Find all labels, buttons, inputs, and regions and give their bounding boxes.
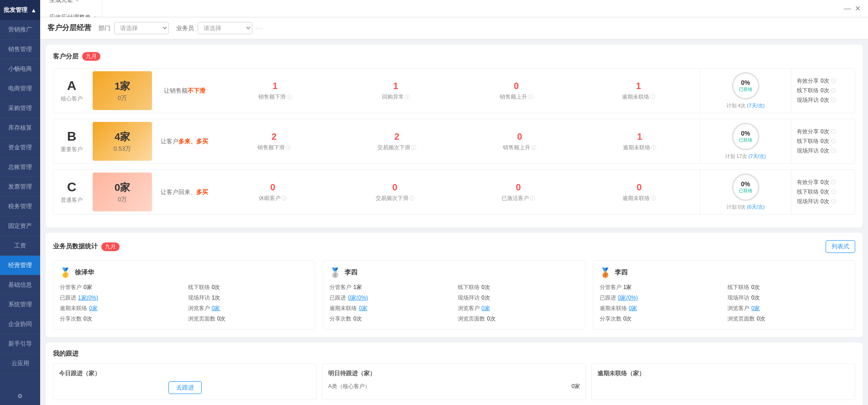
tier-slogan: 让销售额不下滑	[155, 68, 214, 113]
info-icon[interactable]: ⓘ	[831, 179, 836, 186]
info-icon[interactable]: ⓘ	[530, 195, 535, 202]
sidebar-item-新手引导[interactable]: 新手引导	[0, 334, 40, 354]
biz-row-value: 1家	[623, 284, 632, 291]
stat-item[interactable]: 1逾期未联络 ⓘ	[617, 128, 662, 155]
stat-item[interactable]: 0交易频次下滑 ⓘ	[370, 179, 420, 206]
biz-row-value[interactable]: 0家	[751, 305, 760, 312]
info-icon[interactable]: ⓘ	[528, 94, 533, 100]
sidebar-item-基础信息[interactable]: 基础信息	[0, 275, 40, 295]
biz-row-value[interactable]: 0家	[481, 305, 490, 312]
stat-item[interactable]: 0销售额上升 ⓘ	[494, 77, 539, 105]
info-icon[interactable]: ⓘ	[286, 144, 291, 151]
sidebar-item-工资[interactable]: 工资	[0, 236, 40, 256]
info-icon[interactable]: ⓘ	[531, 144, 536, 151]
right-stat-val: 0次	[821, 96, 829, 104]
stat-item[interactable]: 1销售额下滑 ⓘ	[253, 77, 297, 105]
dept-select[interactable]: 请选择	[114, 22, 169, 34]
sidebar-item-云应用[interactable]: 云应用	[0, 354, 40, 373]
tier-count-box[interactable]: 0家0万	[93, 173, 152, 211]
sidebar-item-固定资产[interactable]: 固定资产	[0, 216, 40, 236]
filter-more-icon[interactable]: ···	[256, 25, 264, 32]
info-icon[interactable]: ⓘ	[831, 147, 836, 154]
staff-select[interactable]: 请选择	[198, 22, 252, 34]
info-icon[interactable]: ⓘ	[831, 78, 836, 84]
info-icon[interactable]: ⓘ	[287, 94, 292, 100]
sidebar-item-经营管理[interactable]: 经营管理	[0, 256, 40, 275]
stat-label: 休眠客户 ⓘ	[259, 195, 287, 202]
plan-freq[interactable]: (0天/次)	[747, 204, 765, 210]
stat-item[interactable]: 1逾期未联络 ⓘ	[617, 77, 661, 105]
sidebar-item-系统管理[interactable]: 系统管理	[0, 295, 40, 315]
info-icon[interactable]: ⓘ	[650, 94, 655, 100]
tab-生成凭证[interactable]: 生成凭证×	[44, 0, 102, 9]
info-icon[interactable]: ⓘ	[282, 195, 287, 202]
tier-count-box[interactable]: 1家0万	[93, 71, 152, 110]
stat-item[interactable]: 0销售额上升 ⓘ	[497, 128, 542, 155]
sidebar-item-企业协同[interactable]: 企业协同	[0, 315, 40, 334]
right-stat-row: 现场拜访0次ⓘ	[797, 96, 849, 104]
sidebar-item-电商管理[interactable]: 电商管理	[0, 79, 40, 99]
biz-row-value[interactable]: 0家	[89, 305, 98, 312]
biz-row: 分享次数0次	[600, 315, 721, 323]
biz-row-value[interactable]: 0家	[212, 305, 220, 312]
list-view-button[interactable]: 列表式	[826, 240, 855, 253]
sidebar-item-采购管理[interactable]: 采购管理	[0, 99, 40, 118]
info-icon[interactable]: ⓘ	[831, 87, 836, 94]
stat-item[interactable]: 0逾期未联络 ⓘ	[617, 179, 661, 206]
biz-rows: 分管客户1家线下联络0次已跟进0家(0%)现场拜访0次逾期未联络0家浏览客户0家…	[600, 284, 848, 323]
biz-row-value[interactable]: 0家(0%)	[618, 294, 638, 302]
biz-row-value: 0次	[757, 315, 765, 323]
sidebar-item-销售管理[interactable]: 销售管理	[0, 40, 40, 59]
right-stat-row: 有效分享0次ⓘ	[797, 77, 849, 85]
tab-应收应付调整单[interactable]: 应收应付调整单×	[44, 9, 102, 18]
sidebar-collapse-icon[interactable]: ▲	[31, 7, 37, 14]
biz-row-value[interactable]: 0家(0%)	[348, 294, 368, 302]
sidebar-item-总账管理[interactable]: 总账管理	[0, 158, 40, 177]
stat-num: 2	[272, 131, 277, 142]
sidebar-item-营销推广[interactable]: 营销推广	[0, 20, 40, 40]
contact-plan: 计划 0次 (0天/次)	[727, 204, 765, 210]
goto-button[interactable]: 去跟进	[168, 381, 202, 394]
biz-row-value[interactable]: 1家(0%)	[78, 294, 98, 302]
info-icon[interactable]: ⓘ	[409, 195, 414, 202]
sidebar-item-税务管理[interactable]: 税务管理	[0, 197, 40, 216]
info-icon[interactable]: ⓘ	[831, 198, 836, 205]
biz-rows: 分管客户1家线下联络0次已跟进0家(0%)现场拜访0次逾期未联络0家浏览客户0家…	[329, 284, 578, 323]
sidebar-item-库存核算[interactable]: 库存核算	[0, 118, 40, 138]
stat-item[interactable]: 2交易频次下滑 ⓘ	[372, 128, 422, 155]
window-close-icon[interactable]: ✕	[855, 4, 861, 13]
sidebar-item-小畅电商[interactable]: 小畅电商	[0, 59, 40, 79]
stat-item[interactable]: 2销售额下滑 ⓘ	[252, 128, 296, 155]
settings-icon[interactable]: ⚙	[0, 387, 40, 405]
biz-row-value[interactable]: 0家	[629, 305, 638, 312]
info-icon[interactable]: ⓘ	[831, 128, 836, 135]
tier-count-box[interactable]: 4家0.53万	[93, 122, 152, 161]
info-icon[interactable]: ⓘ	[831, 97, 836, 104]
biz-header-left: 业务员数据统计 九月	[53, 242, 120, 251]
stat-item[interactable]: 0休眠客户 ⓘ	[252, 179, 293, 206]
sidebar-item-发票管理[interactable]: 发票管理	[0, 177, 40, 197]
plan-freq[interactable]: (7天/次)	[747, 103, 765, 108]
info-icon[interactable]: ⓘ	[831, 189, 836, 195]
biz-row-label: 浏览页面数	[727, 315, 755, 323]
biz-row-value: 0次	[623, 315, 632, 323]
info-icon[interactable]: ⓘ	[651, 195, 656, 202]
plan-freq[interactable]: (7天/次)	[748, 153, 766, 159]
followup-col-title: 逾期未联络（家）	[597, 369, 849, 378]
info-icon[interactable]: ⓘ	[411, 144, 416, 151]
biz-row-value[interactable]: 0家	[359, 305, 367, 312]
sidebar-item-资金管理[interactable]: 资金管理	[0, 138, 40, 158]
right-stat-label: 现场拜访	[797, 96, 819, 104]
biz-row-label: 已跟进	[600, 294, 616, 302]
right-stat-val: 0次	[821, 128, 829, 136]
info-icon[interactable]: ⓘ	[651, 144, 656, 151]
biz-name: 李四	[615, 268, 627, 277]
window-minimize-icon[interactable]: —	[844, 5, 851, 13]
info-icon[interactable]: ⓘ	[831, 138, 836, 145]
tab-close-icon[interactable]: ×	[76, 0, 78, 3]
stat-item[interactable]: 1回购异常 ⓘ	[375, 77, 416, 105]
tab-bar-actions: — ✕	[840, 4, 864, 13]
info-icon[interactable]: ⓘ	[405, 94, 410, 100]
stat-item[interactable]: 0已激活客户 ⓘ	[496, 179, 540, 206]
dept-label: 部门	[99, 24, 110, 32]
